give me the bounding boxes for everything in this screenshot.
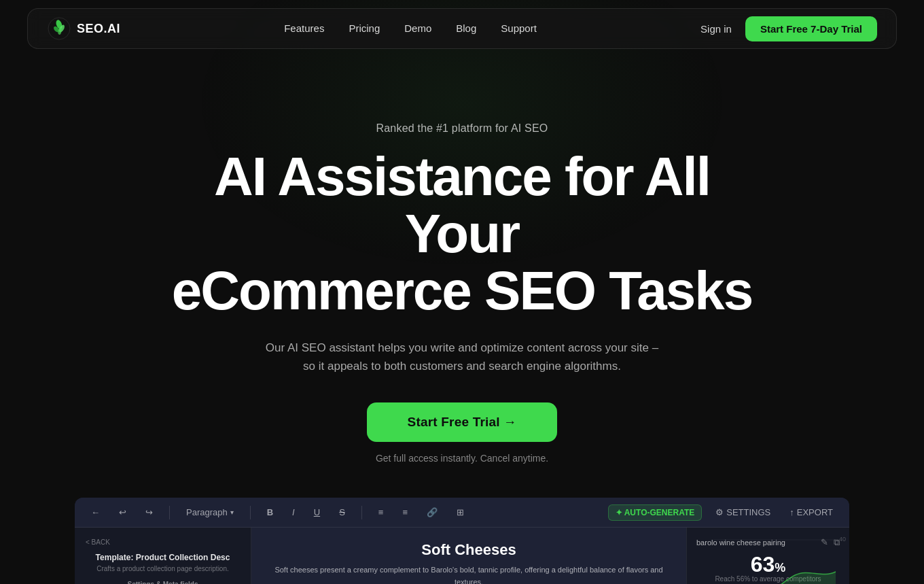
hero-cta-button[interactable]: Start Free Trial →: [367, 402, 558, 442]
sign-in-button[interactable]: Sign in: [700, 23, 732, 35]
sidebar-template-title: Template: Product Collection Desc: [86, 553, 240, 562]
trial-button[interactable]: Start Free 7-Day Trial: [745, 16, 877, 41]
nav-features[interactable]: Features: [284, 22, 324, 34]
toolbar-export[interactable]: ↑ EXPORT: [784, 504, 838, 520]
hero-title-line1: AI Assistance for All Your: [214, 146, 710, 264]
dashboard-preview: ← ↩ ↪ Paragraph ▾ B I U S ≡ ≡ 🔗 ⊞ ✦ AUTO…: [75, 498, 849, 584]
logo-link[interactable]: SEO.AI: [47, 16, 120, 41]
toolbar-redo[interactable]: ↪: [140, 504, 158, 520]
logo-text: SEO.AI: [77, 22, 120, 36]
nav-links: Features Pricing Demo Blog Support: [284, 22, 537, 35]
hero-note: Get full access instantly. Cancel anytim…: [376, 453, 548, 464]
nav-right: Sign in Start Free 7-Day Trial: [700, 16, 877, 41]
toolbar-sep3: [361, 506, 362, 519]
toolbar-table[interactable]: ⊞: [451, 504, 469, 520]
nav-blog[interactable]: Blog: [456, 22, 476, 34]
dashboard-toolbar: ← ↩ ↪ Paragraph ▾ B I U S ≡ ≡ 🔗 ⊞ ✦ AUTO…: [75, 498, 849, 528]
nav-support[interactable]: Support: [501, 22, 537, 34]
toolbar-bold[interactable]: B: [262, 504, 279, 520]
nav-demo[interactable]: Demo: [404, 22, 431, 34]
toolbar-format[interactable]: Paragraph ▾: [181, 504, 239, 520]
toolbar-back[interactable]: ←: [86, 504, 105, 520]
hero-section: Ranked the #1 platform for AI SEO AI Ass…: [0, 41, 924, 584]
sidebar-back[interactable]: < BACK: [86, 538, 240, 546]
toolbar-strike[interactable]: S: [334, 504, 351, 520]
toolbar-italic[interactable]: I: [287, 504, 300, 520]
hero-badge: Ranked the #1 platform for AI SEO: [376, 122, 548, 135]
toolbar-auto-generate[interactable]: ✦ AUTO-GENERATE: [608, 504, 702, 521]
toolbar-link[interactable]: 🔗: [421, 504, 443, 520]
hero-title-line2: eCommerce SEO Tasks: [172, 260, 752, 321]
editor-intro: Soft cheeses present a creamy complement…: [270, 564, 667, 584]
chart-svg: 40 30 20: [713, 528, 849, 584]
toolbar-sep2: [250, 506, 251, 519]
toolbar-undo[interactable]: ↩: [113, 504, 132, 520]
toolbar-sep1: [169, 506, 170, 519]
editor-title: Soft Cheeses: [270, 541, 667, 559]
toolbar-underline[interactable]: U: [308, 504, 325, 520]
sidebar-settings-label: Settings & Meta fields: [86, 581, 240, 584]
hero-subtitle: Our AI SEO assistant helps you write and…: [265, 339, 659, 375]
toolbar-list-ul[interactable]: ≡: [373, 504, 389, 520]
toolbar-settings[interactable]: ⚙ SETTINGS: [710, 504, 776, 520]
toolbar-list-ol[interactable]: ≡: [397, 504, 413, 520]
svg-text:40: 40: [839, 536, 846, 543]
dashboard-editor: Soft Cheeses Soft cheeses present a crea…: [251, 528, 686, 584]
sidebar-template-desc: Crafts a product collection page descrip…: [86, 565, 240, 572]
dashboard-sidebar: < BACK Template: Product Collection Desc…: [75, 528, 251, 584]
hero-title: AI Assistance for All Your eCommerce SEO…: [156, 148, 768, 320]
logo-icon: [47, 16, 71, 41]
nav-pricing[interactable]: Pricing: [349, 22, 380, 34]
